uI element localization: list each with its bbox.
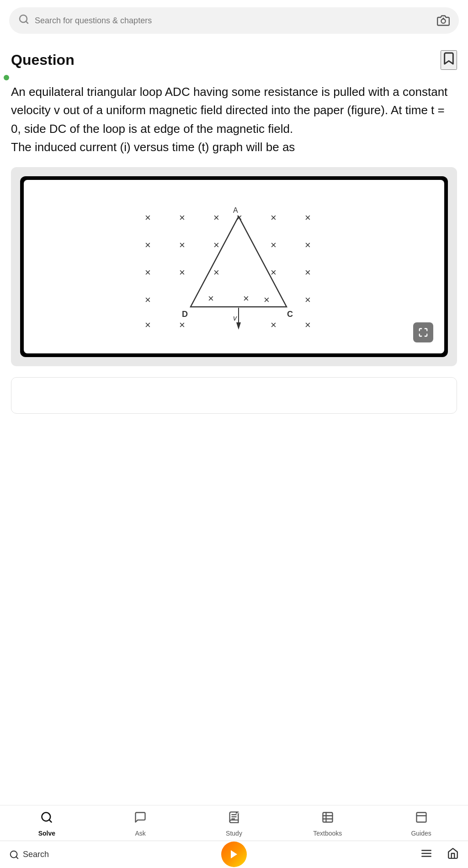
status-dot	[4, 75, 9, 80]
svg-marker-27	[191, 216, 287, 307]
svg-text:×: ×	[305, 319, 311, 331]
svg-point-2	[441, 19, 445, 23]
svg-text:×: ×	[179, 267, 185, 278]
home-button[interactable]	[447, 847, 459, 862]
svg-text:×: ×	[264, 294, 270, 305]
study-icon	[228, 811, 240, 827]
svg-text:×: ×	[271, 267, 277, 278]
svg-text:×: ×	[213, 239, 219, 251]
svg-text:×: ×	[179, 212, 185, 223]
nav-item-study[interactable]: Study	[216, 811, 252, 837]
svg-text:×: ×	[208, 293, 214, 304]
textbooks-icon	[321, 811, 334, 827]
svg-text:×: ×	[213, 267, 219, 278]
ask-label: Ask	[135, 830, 146, 837]
fullscreen-button[interactable]	[413, 322, 433, 342]
search-bar	[9, 7, 459, 34]
menu-button[interactable]	[420, 847, 432, 862]
answer-partial	[11, 377, 457, 414]
bottom-navigation: Solve Ask Study	[0, 805, 468, 841]
solve-label: Solve	[38, 830, 55, 837]
textbooks-label: Textbooks	[313, 830, 342, 837]
svg-marker-47	[231, 850, 237, 858]
svg-text:×: ×	[271, 212, 277, 223]
svg-rect-39	[323, 813, 332, 822]
nav-item-solve[interactable]: Solve	[28, 811, 65, 837]
svg-text:v: v	[233, 314, 237, 322]
diagram-wrapper: × × × A × × × × × × × × ×	[20, 176, 448, 357]
search-bar-section	[0, 0, 468, 41]
guides-icon	[415, 811, 428, 827]
play-button[interactable]	[221, 842, 247, 867]
search-input[interactable]	[35, 16, 431, 26]
nav-item-guides[interactable]: Guides	[403, 811, 440, 837]
svg-rect-43	[416, 813, 426, 822]
svg-text:×: ×	[145, 319, 151, 331]
bottom-search-button[interactable]: Search	[9, 850, 49, 860]
svg-text:C: C	[287, 310, 293, 319]
svg-text:×: ×	[179, 239, 185, 251]
bottom-bar: Search	[0, 841, 468, 868]
svg-text:×: ×	[145, 212, 151, 223]
svg-text:×: ×	[305, 267, 311, 278]
nav-item-textbooks[interactable]: Textbooks	[309, 811, 346, 837]
svg-line-46	[16, 857, 18, 858]
question-title: Question	[11, 52, 74, 68]
svg-text:×: ×	[145, 239, 151, 251]
nav-item-ask[interactable]: Ask	[122, 811, 159, 837]
camera-button[interactable]	[437, 14, 450, 27]
bottom-search-label: Search	[23, 850, 49, 859]
svg-text:×: ×	[243, 293, 249, 304]
ask-icon	[134, 811, 147, 827]
svg-text:×: ×	[213, 212, 219, 223]
study-label: Study	[226, 830, 242, 837]
bookmark-button[interactable]	[441, 50, 457, 70]
diagram-svg: × × × A × × × × × × × × ×	[42, 194, 426, 340]
svg-text:×: ×	[305, 239, 311, 251]
svg-text:×: ×	[145, 267, 151, 278]
svg-text:×: ×	[145, 294, 151, 305]
svg-text:×: ×	[305, 294, 311, 305]
diagram-inner: × × × A × × × × × × × × ×	[24, 180, 444, 353]
guides-label: Guides	[411, 830, 431, 837]
svg-line-37	[49, 820, 52, 822]
svg-marker-32	[236, 322, 241, 330]
search-icon	[18, 14, 29, 27]
svg-line-1	[26, 21, 28, 23]
solve-icon	[40, 811, 53, 827]
svg-text:×: ×	[271, 239, 277, 251]
svg-text:×: ×	[271, 319, 277, 331]
svg-text:×: ×	[179, 319, 185, 331]
svg-text:×: ×	[305, 212, 311, 223]
question-section: Question An equilateral triangular loop …	[0, 41, 468, 423]
diagram-container: × × × A × × × × × × × × ×	[11, 167, 457, 366]
question-body: An equilateral triangular loop ADC havin…	[11, 83, 457, 156]
question-header: Question	[11, 50, 457, 70]
svg-text:D: D	[182, 310, 188, 319]
